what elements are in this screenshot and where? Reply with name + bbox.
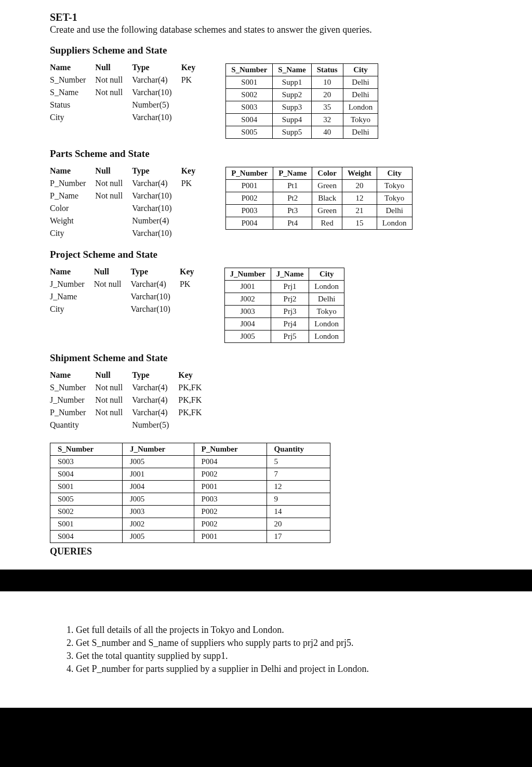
table-row: J002Prj2Delhi [224,293,344,306]
col: Quantity [267,443,330,456]
col: S_Name [273,64,311,76]
schema-row: WeightNumber(4) [50,215,205,227]
table-row: J005Prj5London [224,330,344,343]
col-key: Key [181,165,205,177]
col: S_Number [226,64,273,76]
col: City [377,167,412,180]
col-name: Name [50,369,95,381]
col: J_Number [122,443,194,456]
col-type: Type [131,266,180,278]
table-row: P003Pt3Green21Delhi [226,205,412,217]
col-key: Key [178,369,211,381]
col-null: Null [95,369,132,381]
col: Weight [342,167,377,180]
table-row: P001Pt1Green20Tokyo [226,180,412,192]
col-key: Key [180,266,204,278]
col-name: Name [50,266,94,278]
table-row: S003J005P0045 [50,456,330,468]
table-row: S004Supp432Tokyo [226,114,378,126]
table-row: S004J001P0027 [50,468,330,481]
schema-row: CityVarchar(10) [50,227,205,240]
suppliers-schema-table: Name Null Type Key S_NumberNot nullVarch… [50,61,205,124]
col: S_Number [50,443,123,456]
col: P_Number [226,167,273,180]
table-row: J003Prj3Tokyo [224,306,344,318]
table-row: P004Pt4Red15London [226,217,412,230]
col-name: Name [50,61,95,74]
shipment-heading: Shipment Scheme and State [50,352,485,364]
col: City [343,64,378,76]
col-type: Type [132,369,178,381]
schema-row: ColorVarchar(10) [50,202,205,215]
col: J_Name [271,268,309,281]
col-null: Null [95,61,132,74]
parts-schema-table: Name Null Type Key P_NumberNot nullVarch… [50,165,205,240]
schema-row: S_NameNot nullVarchar(10) [50,86,205,99]
page-gap [0,570,532,591]
suppliers-state-table: S_Number S_Name Status City S001Supp110D… [225,63,378,139]
project-schema-table: Name Null Type Key J_NumberNot nullVarch… [50,266,204,315]
table-row: S004J005P00117 [50,531,330,543]
project-state-table: J_Number J_Name City J001Prj1London J002… [224,268,345,343]
shipment-schema-table: Name Null Type Key S_NumberNot nullVarch… [50,369,211,431]
table-row: S001Supp110Delhi [226,76,378,89]
project-heading: Project Scheme and State [50,249,485,260]
col: City [309,268,344,281]
schema-row: J_NumberNot nullVarchar(4)PK [50,278,204,290]
document-intro: Create and use the following database sc… [50,24,485,35]
schema-row: CityVarchar(10) [50,303,204,315]
query-item: Get S_number and S_name of suppliers who… [76,638,485,649]
schema-row: P_NameNot nullVarchar(10) [50,190,205,202]
document-set-title: SET-1 [50,11,485,23]
parts-state-table: P_Number P_Name Color Weight City P001Pt… [225,167,412,230]
schema-row: StatusNumber(5) [50,99,205,111]
query-item: Get full details of all the projects in … [76,625,485,636]
table-row: S002Supp220Delhi [226,89,378,101]
schema-row: CityVarchar(10) [50,111,205,124]
col: Color [312,167,342,180]
col-key: Key [181,61,205,74]
col-null: Null [94,266,131,278]
schema-row: S_NumberNot nullVarchar(4)PK,FK [50,381,211,394]
table-row: S002J003P00214 [50,506,330,518]
query-item: Get the total quantity supplied by supp1… [76,651,485,662]
col: P_Number [194,443,267,456]
schema-row: S_NumberNot nullVarchar(4)PK [50,74,205,86]
col: Status [311,64,343,76]
col-null: Null [95,165,132,177]
col-type: Type [132,165,181,177]
query-item: Get P_number for parts supplied by a sup… [76,664,485,675]
schema-row: QuantityNumber(5) [50,419,211,431]
schema-row: J_NumberNot nullVarchar(4)PK,FK [50,394,211,406]
table-row: S003Supp335London [226,101,378,114]
table-row: P002Pt2Black12Tokyo [226,192,412,205]
col-type: Type [132,61,181,74]
suppliers-heading: Suppliers Scheme and State [50,45,485,56]
shipment-state-table: S_Number J_Number P_Number Quantity S003… [50,443,330,543]
table-row: S005Supp540Delhi [226,126,378,139]
schema-row: J_NameVarchar(10) [50,290,204,303]
col: P_Name [273,167,312,180]
table-row: S005J005P0039 [50,493,330,506]
schema-row: P_NumberNot nullVarchar(4)PK [50,177,205,190]
queries-list: Get full details of all the projects in … [62,625,485,675]
table-row: J004Prj4London [224,318,344,330]
col-name: Name [50,165,95,177]
col: J_Number [224,268,271,281]
table-row: S001J002P00220 [50,518,330,531]
table-row: S001J004P00112 [50,481,330,493]
queries-label: QUERIES [50,546,485,557]
table-row: J001Prj1London [224,281,344,293]
schema-row: P_NumberNot nullVarchar(4)PK,FK [50,406,211,419]
parts-heading: Parts Scheme and State [50,148,485,160]
